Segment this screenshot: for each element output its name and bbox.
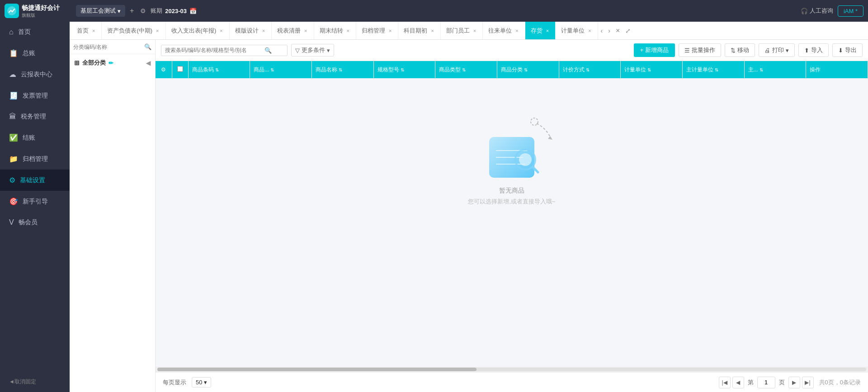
calendar-icon[interactable]: 📅 bbox=[189, 8, 197, 14]
page-last-button[interactable]: ▶| bbox=[802, 377, 814, 388]
tab-unit[interactable]: 计量单位 × bbox=[556, 22, 598, 39]
tab-close-inventory[interactable]: × bbox=[545, 28, 550, 34]
category-search-input[interactable] bbox=[73, 44, 142, 50]
tab-close-all-icon[interactable]: × bbox=[613, 22, 623, 39]
select-all-checkbox[interactable] bbox=[177, 66, 183, 72]
search-bar-icon[interactable]: 🔍 bbox=[264, 47, 272, 54]
page-prev-button[interactable]: ◀ bbox=[732, 377, 744, 388]
tab-income[interactable]: 收入支出表(年报) × bbox=[166, 22, 230, 39]
tab-dept[interactable]: 部门员工 × bbox=[441, 22, 483, 39]
horizontal-scrollbar[interactable] bbox=[156, 367, 868, 372]
tab-close-balance[interactable]: × bbox=[155, 28, 160, 34]
top-header: 畅捷通好会计 旗舰版 基层工会测试 ▾ + ⚙ 账期 2023-03 📅 🎧 人… bbox=[0, 0, 868, 22]
category-search-icon[interactable]: 🔍 bbox=[144, 43, 151, 50]
pagination: |◀ ◀ 第 页 ▶ ▶| 共0页，0条记录 bbox=[719, 377, 861, 388]
sort-icon[interactable]: ⇅ bbox=[215, 67, 219, 72]
sort-icon-abbr[interactable]: ⇅ bbox=[760, 67, 763, 72]
tab-template[interactable]: 模版设计 × bbox=[230, 22, 272, 39]
tab-close-tax[interactable]: × bbox=[303, 28, 308, 34]
consult-button[interactable]: 🎧 人工咨询 bbox=[801, 7, 833, 15]
col-actions: 操作 bbox=[806, 61, 868, 78]
move-button[interactable]: ⇅ 移动 bbox=[725, 43, 755, 57]
tab-close-dept[interactable]: × bbox=[472, 28, 477, 34]
collapse-icon[interactable]: ◀ bbox=[146, 60, 151, 66]
home-icon: ⌂ bbox=[9, 28, 14, 36]
sidebar-item-settings[interactable]: ⚙ 基础设置 bbox=[0, 170, 70, 191]
tab-strip: 首页 × 资产负债表(中期) × 收入支出表(年报) × 模版设计 × 税表清册… bbox=[70, 22, 868, 40]
batch-button[interactable]: ☰ 批量操作 bbox=[679, 43, 721, 57]
svg-point-6 bbox=[519, 153, 532, 166]
sidebar-item-home[interactable]: ⌂ 首页 bbox=[0, 22, 70, 43]
page-input[interactable] bbox=[757, 377, 775, 388]
sort-icon-main-unit[interactable]: ⇅ bbox=[715, 67, 718, 72]
sidebar: ⌂ 首页 📋 总账 ☁ 云报表中心 🧾 发票管理 🏛 税务管理 ✅ 结账 📁 归… bbox=[0, 22, 70, 392]
sidebar-item-tax[interactable]: 🏛 税务管理 bbox=[0, 106, 70, 127]
content-area: 首页 × 资产负债表(中期) × 收入支出表(年报) × 模版设计 × 税表清册… bbox=[70, 22, 868, 392]
tab-tax[interactable]: 税表清册 × bbox=[272, 22, 314, 39]
tab-inventory[interactable]: 存货 × bbox=[525, 22, 556, 39]
sort-icon-price[interactable]: ⇅ bbox=[586, 67, 590, 72]
col-spec: 规格型号 ⇅ bbox=[373, 61, 435, 78]
sidebar-item-checkout[interactable]: ✅ 结账 bbox=[0, 127, 70, 148]
empty-illustration bbox=[467, 114, 557, 187]
unpin-button[interactable]: ◄取消固定 bbox=[0, 372, 70, 392]
tab-contacts[interactable]: 往来单位 × bbox=[483, 22, 525, 39]
tab-close-unit[interactable]: × bbox=[587, 28, 592, 34]
tab-home[interactable]: 首页 × bbox=[71, 22, 102, 39]
tab-expand-icon[interactable]: ⤢ bbox=[623, 22, 633, 39]
tab-close-home[interactable]: × bbox=[91, 28, 96, 34]
sort-icon-spec[interactable]: ⇅ bbox=[401, 67, 404, 72]
page-first-button[interactable]: |◀ bbox=[719, 377, 731, 388]
add-product-button[interactable]: + 新增商品 bbox=[634, 43, 675, 57]
page-next-button[interactable]: ▶ bbox=[788, 377, 800, 388]
sidebar-item-member[interactable]: V 畅会员 bbox=[0, 212, 70, 233]
tab-subject[interactable]: 科目期初 × bbox=[398, 22, 440, 39]
tab-prev-icon[interactable]: ‹ bbox=[598, 22, 606, 39]
tab-close-contacts[interactable]: × bbox=[514, 28, 519, 34]
tab-balance[interactable]: 资产负债表(中期) × bbox=[102, 22, 165, 39]
sidebar-item-ledger[interactable]: 📋 总账 bbox=[0, 43, 70, 64]
tab-close-archive[interactable]: × bbox=[388, 28, 392, 34]
tab-close-period-end[interactable]: × bbox=[346, 28, 350, 34]
per-page-label: 每页显示 bbox=[163, 378, 186, 387]
col-type: 商品类型 ⇅ bbox=[435, 61, 497, 78]
tab-close-subject[interactable]: × bbox=[430, 28, 434, 34]
filter-icon: ▽ bbox=[295, 47, 300, 54]
scroll-thumb[interactable] bbox=[157, 368, 476, 371]
tab-archive[interactable]: 归档管理 × bbox=[356, 22, 398, 39]
company-tab[interactable]: 基层工会测试 ▾ bbox=[76, 5, 125, 17]
import-icon: ⬆ bbox=[804, 47, 809, 54]
col-barcode: 商品条码 ⇅ bbox=[188, 61, 250, 78]
import-button[interactable]: ⬆ 导入 bbox=[798, 43, 829, 57]
sort-icon-code[interactable]: ⇅ bbox=[270, 67, 274, 72]
total-info: 共0页，0条记录 bbox=[819, 378, 861, 387]
per-page-select[interactable]: 50 ▾ bbox=[192, 377, 211, 387]
scroll-track[interactable] bbox=[157, 368, 866, 371]
account-button[interactable]: iAM * bbox=[838, 5, 863, 17]
sort-icon-name[interactable]: ⇅ bbox=[339, 67, 342, 72]
sort-icon-cat[interactable]: ⇅ bbox=[524, 67, 528, 72]
col-main-unit: 主计量单位 ⇅ bbox=[682, 61, 744, 78]
sidebar-item-invoice[interactable]: 🧾 发票管理 bbox=[0, 85, 70, 106]
col-checkbox[interactable] bbox=[172, 61, 188, 78]
col-unit: 计量单位 ⇅ bbox=[621, 61, 683, 78]
sort-icon-type[interactable]: ⇅ bbox=[462, 67, 466, 72]
tab-close-income[interactable]: × bbox=[219, 28, 223, 34]
tab-period-end[interactable]: 期末结转 × bbox=[314, 22, 356, 39]
sidebar-item-reports[interactable]: ☁ 云报表中心 bbox=[0, 64, 70, 85]
search-input[interactable] bbox=[165, 47, 264, 53]
sidebar-item-archive[interactable]: 📁 归档管理 bbox=[0, 148, 70, 170]
edit-icon[interactable]: ✏ bbox=[108, 60, 113, 66]
add-tab-icon[interactable]: + bbox=[128, 6, 136, 16]
tab-next-icon[interactable]: › bbox=[605, 22, 613, 39]
tab-close-template[interactable]: × bbox=[261, 28, 266, 34]
toolbar-right: + 新增商品 ☰ 批量操作 ⇅ 移动 🖨 打印 ▾ bbox=[634, 43, 863, 57]
toolbar: 🔍 ▽ 更多条件 ▾ + 新增商品 ☰ 批量操作 bbox=[156, 40, 868, 61]
sidebar-item-guide[interactable]: 🎯 新手引导 bbox=[0, 191, 70, 212]
settings-icon[interactable]: ⚙ bbox=[138, 6, 148, 15]
more-conditions-button[interactable]: ▽ 更多条件 ▾ bbox=[291, 44, 334, 57]
sort-icon-unit[interactable]: ⇅ bbox=[647, 67, 651, 72]
export-button[interactable]: ⬇ 导出 bbox=[832, 43, 863, 57]
col-settings[interactable]: ⚙ bbox=[156, 61, 172, 78]
print-button[interactable]: 🖨 打印 ▾ bbox=[759, 43, 795, 57]
